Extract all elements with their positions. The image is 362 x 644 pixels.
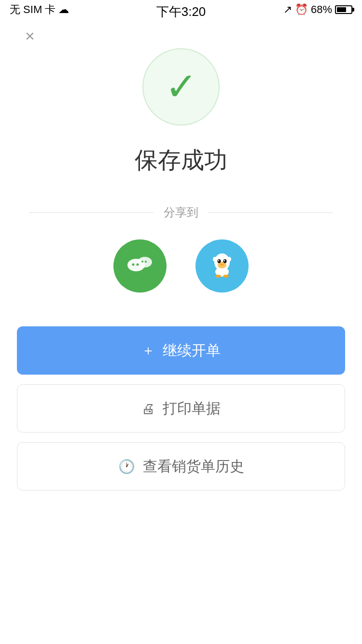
sim-signal-text: 无 SIM 卡 ☁ [10,2,69,17]
svg-point-11 [223,259,227,263]
close-icon: × [25,28,35,44]
battery-icon [335,5,352,14]
history-label: 查看销货单历史 [143,457,244,476]
alarm-icon: ⏰ [295,3,308,16]
continue-label: 继续开单 [163,341,221,361]
battery-percentage: 68% [311,3,332,16]
plus-icon: ＋ [141,341,155,360]
svg-point-5 [145,261,147,263]
close-button[interactable]: × [19,25,41,46]
clock-icon: 🕐 [118,459,135,475]
svg-point-12 [218,260,219,262]
svg-point-10 [218,259,221,263]
svg-point-17 [215,275,221,278]
status-left: 无 SIM 卡 ☁ [10,2,69,17]
divider-line-left [29,212,154,213]
svg-point-18 [223,275,229,278]
svg-point-3 [136,263,139,266]
continue-button[interactable]: ＋ 继续开单 [17,326,345,375]
svg-point-16 [227,257,231,262]
svg-point-14 [220,264,224,266]
share-label: 分享到 [154,205,208,220]
wechat-icon [125,251,156,282]
svg-point-4 [141,261,143,263]
status-right: ↗ ⏰ 68% [283,3,352,16]
share-divider: 分享到 [0,205,362,220]
svg-point-15 [213,257,217,262]
share-qq-button[interactable] [195,239,249,293]
status-time: 下午3:20 [156,3,206,20]
qq-icon [208,252,237,280]
checkmark-icon: ✓ [165,68,197,106]
share-icons [113,239,249,293]
printer-icon: 🖨 [141,401,155,417]
history-button[interactable]: 🕐 查看销货单历史 [17,442,345,490]
print-label: 打印单据 [163,399,221,419]
main-content: ✓ 保存成功 分享到 [0,19,362,490]
svg-point-13 [224,260,225,262]
status-bar: 无 SIM 卡 ☁ 下午3:20 ↗ ⏰ 68% [0,0,362,19]
share-wechat-button[interactable] [113,239,167,293]
svg-point-2 [132,263,134,266]
location-icon: ↗ [283,3,292,16]
success-circle: ✓ [142,48,220,126]
success-title: 保存成功 [135,145,227,176]
svg-point-1 [138,257,152,267]
action-buttons: ＋ 继续开单 🖨 打印单据 🕐 查看销货单历史 [17,326,345,490]
print-button[interactable]: 🖨 打印单据 [17,384,345,433]
divider-line-right [208,212,333,213]
